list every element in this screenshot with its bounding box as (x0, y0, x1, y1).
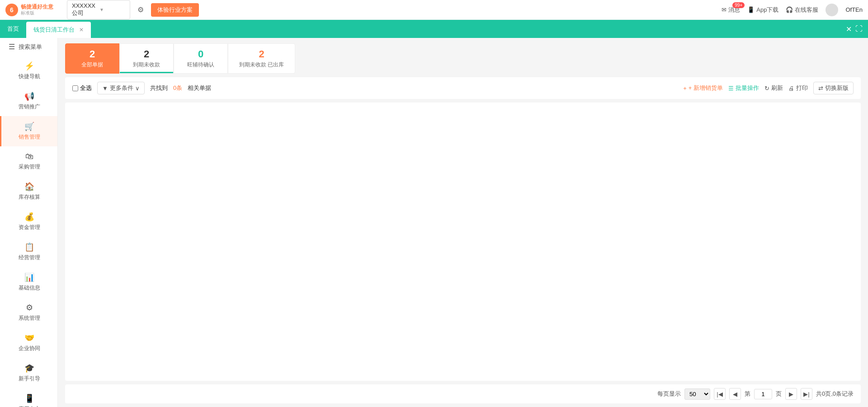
stat-overdue-number: 2 (144, 48, 149, 60)
content-area: 2 全部单据 2 到期未收款 0 旺辅待确认 2 到期未收款 已出库 全选 (58, 38, 868, 407)
stat-all-number: 2 (90, 48, 95, 60)
app-download-label: App下载 (756, 6, 778, 14)
sidebar: ☰ 搜索菜单 ⚡ 快捷导航 📢 营销推广 🛒 销售管理 🛍 采购管理 🏠 库存核… (0, 38, 58, 407)
stat-tab-wangpu[interactable]: 0 旺辅待确认 (174, 43, 228, 74)
stat-shipped-label: 到期未收款 已出库 (239, 61, 284, 69)
tab-workbench-label: 钱货日清工作台 (33, 26, 75, 34)
next-page-button[interactable]: ▶ (785, 388, 797, 400)
page-size-select[interactable]: 50 100 200 (684, 388, 710, 400)
trial-button[interactable]: 体验行业方案 (151, 3, 199, 17)
batch-label: 批量操作 (736, 84, 759, 92)
tab-bar: 首页 钱货日清工作台 ✕ ✕ ⛶ (0, 20, 868, 38)
stat-all-label: 全部单据 (81, 61, 103, 69)
logo-icon: 6 (5, 4, 18, 16)
tab-minimize-icon[interactable]: ✕ (846, 25, 852, 33)
refresh-button[interactable]: ↻ 刷新 (764, 84, 783, 92)
refresh-icon: ↻ (764, 85, 769, 92)
sidebar-item-enterprise-collab[interactable]: 🤝 企业协同 (0, 327, 57, 358)
found-count: 0条 (173, 84, 182, 92)
filter-button[interactable]: ▼ 更多条件 ∨ (97, 82, 145, 94)
sidebar-guide-label: 新手引导 (19, 375, 40, 383)
page-unit: 页 (776, 390, 782, 398)
logo-title: 畅捷通好生意 (21, 4, 53, 10)
message-badge: 99+ (732, 2, 745, 8)
add-label: + 新增销货单 (689, 84, 723, 92)
avatar-image (826, 4, 838, 16)
sidebar-item-sales[interactable]: 🛒 销售管理 (0, 116, 57, 146)
first-page-button[interactable]: |◀ (714, 388, 726, 400)
sidebar-item-system[interactable]: ⚙ 系统管理 (0, 297, 57, 327)
page-input[interactable] (754, 389, 772, 399)
page-label: 第 (745, 390, 750, 398)
stat-tab-shipped[interactable]: 2 到期未收款 已出库 (228, 43, 295, 74)
enterprise-icon: 🤝 (24, 333, 34, 343)
download-icon: 📱 (747, 6, 755, 13)
sidebar-sales-label: 销售管理 (19, 133, 40, 141)
company-name: XXXXXX公司 (72, 2, 98, 17)
print-icon: 🖨 (788, 85, 794, 92)
tab-bar-actions: ✕ ⛶ (846, 25, 868, 33)
sidebar-item-guide[interactable]: 🎓 新手引导 (0, 358, 57, 388)
online-service-button[interactable]: 🎧 在线客服 (786, 6, 818, 14)
stat-overdue-label: 到期未收款 (133, 61, 160, 69)
sidebar-item-inventory[interactable]: 🏠 库存核算 (0, 176, 57, 206)
logo-area: 6 畅捷通好生意 标准版 (5, 4, 63, 16)
sidebar-item-app-center[interactable]: 📱 应用中心 (0, 388, 57, 407)
stat-shipped-number: 2 (259, 48, 264, 60)
select-all-input[interactable] (72, 85, 78, 91)
sidebar-item-finance[interactable]: 💰 资金管理 (0, 206, 57, 237)
page-size-label: 每页显示 (657, 390, 681, 398)
stats-tabs: 2 全部单据 2 到期未收款 0 旺辅待确认 2 到期未收款 已出库 (58, 38, 868, 74)
sidebar-quicknav-label: 快捷导航 (19, 73, 40, 80)
switch-icon: ⇄ (818, 85, 823, 92)
chevron-down-icon: ▼ (99, 7, 125, 12)
sidebar-appcenter-label: 应用中心 (19, 405, 40, 407)
print-button[interactable]: 🖨 打印 (788, 84, 808, 92)
sidebar-item-quicknav[interactable]: ⚡ 快捷导航 (0, 56, 57, 86)
tab-work-bench[interactable]: 钱货日清工作台 ✕ (26, 22, 91, 38)
sidebar-item-operations[interactable]: 📋 经营管理 (0, 237, 57, 267)
stat-tab-overdue[interactable]: 2 到期未收款 (119, 43, 174, 74)
user-avatar[interactable] (826, 4, 838, 16)
batch-operation-button[interactable]: ☰ 批量操作 (728, 84, 759, 92)
switch-version-button[interactable]: ⇄ 切换新版 (813, 82, 854, 94)
sidebar-item-basic-info[interactable]: 📊 基础信息 (0, 267, 57, 297)
app-center-icon: 📱 (24, 393, 34, 403)
toolbar-right: + + 新增销货单 ☰ 批量操作 ↻ 刷新 🖨 打印 ⇄ 切换新版 (683, 82, 854, 94)
prev-page-button[interactable]: ◀ (729, 388, 741, 400)
sidebar-collab-label: 企业协同 (19, 345, 40, 352)
sidebar-inventory-label: 库存核算 (19, 193, 40, 201)
filter-chevron-icon: ∨ (135, 85, 140, 92)
online-service-label: 在线客服 (795, 6, 818, 14)
found-prefix: 共找到 (150, 84, 168, 92)
last-page-button[interactable]: ▶| (801, 388, 812, 400)
main-layout: ☰ 搜索菜单 ⚡ 快捷导航 📢 营销推广 🛒 销售管理 🛍 采购管理 🏠 库存核… (0, 38, 868, 407)
purchase-icon: 🛍 (25, 152, 33, 161)
logo-text: 畅捷通好生意 标准版 (21, 4, 53, 15)
stat-tab-all[interactable]: 2 全部单据 (65, 43, 119, 74)
tab-close-icon[interactable]: ✕ (79, 27, 84, 33)
guide-icon: 🎓 (24, 363, 34, 373)
pagination-bar: 每页显示 50 100 200 |◀ ◀ 第 页 ▶ ▶| 共0页,0条记录 (65, 384, 861, 403)
sidebar-item-marketing[interactable]: 📢 营销推广 (0, 86, 57, 116)
switch-label: 切换新版 (825, 84, 849, 92)
finance-icon: 💰 (24, 212, 34, 222)
stat-wangpu-number: 0 (198, 48, 203, 60)
add-sale-button[interactable]: + + 新增销货单 (683, 84, 723, 92)
sidebar-item-purchase[interactable]: 🛍 采购管理 (0, 146, 57, 176)
sidebar-basicinfo-label: 基础信息 (19, 284, 40, 292)
settings-button[interactable]: ⚙ (134, 3, 147, 17)
message-button[interactable]: ✉ 消息 99+ (722, 6, 740, 14)
tab-maximize-icon[interactable]: ⛶ (855, 25, 863, 33)
select-all-checkbox[interactable]: 全选 (72, 84, 92, 92)
print-label: 打印 (796, 84, 808, 92)
logo-sub: 标准版 (21, 10, 53, 16)
system-icon: ⚙ (26, 303, 33, 313)
table-area (65, 103, 861, 381)
sidebar-item-search[interactable]: ☰ 搜索菜单 (0, 38, 57, 56)
tab-home[interactable]: 首页 (0, 20, 26, 38)
company-selector[interactable]: XXXXXX公司 ▼ (67, 0, 130, 19)
sidebar-search-label: 搜索菜单 (19, 43, 42, 51)
app-download-button[interactable]: 📱 App下载 (747, 6, 778, 14)
username-label: OfTEn (845, 6, 863, 13)
